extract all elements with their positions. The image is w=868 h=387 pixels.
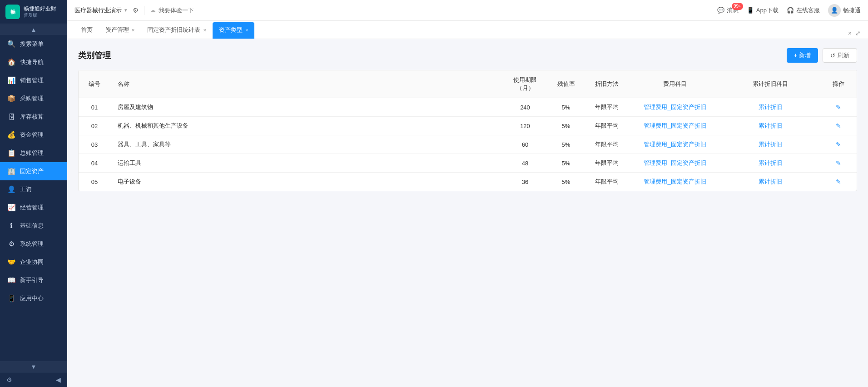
sidebar-item-label: 总账管理 <box>20 149 44 157</box>
cell-method: 年限平均 <box>584 173 630 191</box>
sidebar-item-ledger[interactable]: 📋 总账管理 <box>0 144 67 162</box>
sidebar-item-inventory[interactable]: 🗄 库存核算 <box>0 108 67 126</box>
sidebar-item-capital[interactable]: 💰 资金管理 <box>0 126 67 144</box>
sidebar-item-system[interactable]: ⚙ 系统管理 <box>0 235 67 253</box>
tab-close-icon[interactable]: × <box>132 27 134 33</box>
sidebar-item-operations[interactable]: 📈 经营管理 <box>0 198 67 217</box>
sidebar-item-label: 经营管理 <box>20 203 44 212</box>
cell-number: 02 <box>79 117 110 135</box>
tab-asset-type[interactable]: 资产类型 × <box>213 22 254 39</box>
collab-icon: 🤝 <box>7 258 15 266</box>
cell-number: 05 <box>79 173 110 191</box>
cell-name: 器具、工具、家具等 <box>110 135 502 154</box>
main-content: 医疗器械行业演示 ▾ ⚙ ☁ 我要体验一下 💬 消息 99+ 📱 App下载 🎧… <box>67 0 868 387</box>
experience-button[interactable]: ☁ 我要体验一下 <box>150 6 194 15</box>
username-label: 畅捷通 <box>843 6 861 15</box>
new-button[interactable]: + 新增 <box>787 48 818 63</box>
tabs-window-controls: × ⤢ <box>848 30 861 39</box>
refresh-button[interactable]: ↺ 刷新 <box>823 48 857 63</box>
cloud-icon: ☁ <box>150 7 156 14</box>
col-header-action: 操作 <box>820 70 857 98</box>
purchase-icon: 📦 <box>7 94 15 103</box>
headset-icon: 🎧 <box>787 7 794 14</box>
sidebar-item-appstore[interactable]: 📱 应用中心 <box>0 289 67 308</box>
cell-period: 48 <box>502 154 548 173</box>
edit-icon[interactable]: ✎ <box>836 122 841 129</box>
tab-asset-mgmt[interactable]: 资产管理 × <box>99 22 141 39</box>
window-close-icon[interactable]: × <box>848 30 852 37</box>
cell-residual: 5% <box>548 173 584 191</box>
guide-icon: 📖 <box>7 276 15 284</box>
page-title: 类别管理 <box>78 50 111 61</box>
logo-text: 畅捷通好业财 <box>24 5 56 13</box>
customer-service-button[interactable]: 🎧 在线客服 <box>787 6 820 15</box>
edit-icon[interactable]: ✎ <box>836 104 841 111</box>
sidebar-item-label: 新手引导 <box>20 276 44 284</box>
gear-icon[interactable]: ⚙ <box>133 6 139 15</box>
tab-home[interactable]: 首页 <box>74 22 99 39</box>
sidebar-item-purchase[interactable]: 📦 采购管理 <box>0 89 67 108</box>
message-badge: 99+ <box>732 3 743 10</box>
topbar: 医疗器械行业演示 ▾ ⚙ ☁ 我要体验一下 💬 消息 99+ 📱 App下载 🎧… <box>67 0 868 21</box>
cell-action: ✎ <box>820 98 857 117</box>
tab-home-label: 首页 <box>81 26 93 34</box>
cell-period: 36 <box>502 173 548 191</box>
sidebar-item-basicinfo[interactable]: ℹ 基础信息 <box>0 217 67 235</box>
industry-selector[interactable]: 医疗器械行业演示 ▾ <box>74 6 127 15</box>
topbar-right: 💬 消息 99+ 📱 App下载 🎧 在线客服 👤 畅捷通 <box>717 4 861 17</box>
page-content: 类别管理 + 新增 ↺ 刷新 编号 名称 使用期限（月） 残值率 折旧方法 <box>67 39 868 387</box>
sidebar-item-label: 企业协同 <box>20 258 44 266</box>
user-profile[interactable]: 👤 畅捷通 <box>828 4 861 17</box>
phone-icon: 📱 <box>747 7 754 14</box>
collapse-button[interactable]: ◀ <box>56 376 61 383</box>
edit-icon[interactable]: ✎ <box>836 178 841 185</box>
cell-method: 年限平均 <box>584 135 630 154</box>
cell-accum: 累计折旧 <box>720 98 820 117</box>
ledger-icon: 📋 <box>7 149 15 157</box>
cell-name: 运输工具 <box>110 154 502 173</box>
sidebar-item-payroll[interactable]: 👤 工资 <box>0 180 67 198</box>
cell-period: 120 <box>502 117 548 135</box>
sidebar-item-fixedasset[interactable]: 🏢 固定资产 <box>0 162 67 180</box>
app-download-label: App下载 <box>756 6 779 15</box>
sidebar-item-label: 搜索菜单 <box>20 40 44 48</box>
tabs-row: 首页 资产管理 × 固定资产折旧统计表 × 资产类型 × × ⤢ <box>67 21 868 39</box>
sidebar-item-search[interactable]: 🔍 搜索菜单 <box>0 35 67 53</box>
sidebar: 畅 畅捷通好业财 普及版 ▲ 🔍 搜索菜单 🏠 快捷导航 📊 销售管理 📦 采购… <box>0 0 67 387</box>
sidebar-item-collab[interactable]: 🤝 企业协同 <box>0 253 67 271</box>
sidebar-item-label: 销售管理 <box>20 76 44 84</box>
message-button[interactable]: 💬 消息 99+ <box>717 6 739 15</box>
logo-sub: 普及版 <box>24 12 56 19</box>
sidebar-item-label: 工资 <box>20 185 32 194</box>
edit-icon[interactable]: ✎ <box>836 159 841 167</box>
cell-name: 房屋及建筑物 <box>110 98 502 117</box>
appstore-icon: 📱 <box>7 294 15 303</box>
sidebar-scroll-up[interactable]: ▲ <box>0 24 67 35</box>
col-header-method: 折旧方法 <box>584 70 630 98</box>
sidebar-item-guide[interactable]: 📖 新手引导 <box>0 271 67 289</box>
cell-residual: 5% <box>548 135 584 154</box>
app-download-button[interactable]: 📱 App下载 <box>747 6 779 15</box>
tab-close-icon[interactable]: × <box>203 27 206 33</box>
experience-label: 我要体验一下 <box>159 6 194 15</box>
sidebar-item-label: 采购管理 <box>20 94 44 103</box>
edit-icon[interactable]: ✎ <box>836 141 841 148</box>
cell-expense: 管理费用_固定资产折旧 <box>630 98 720 117</box>
topbar-divider <box>144 6 144 15</box>
col-header-accum: 累计折旧科目 <box>720 70 820 98</box>
cell-method: 年限平均 <box>584 98 630 117</box>
cell-accum: 累计折旧 <box>720 135 820 154</box>
cell-name: 电子设备 <box>110 173 502 191</box>
sidebar-item-quicknav[interactable]: 🏠 快捷导航 <box>0 53 67 71</box>
tab-depreciation-stat[interactable]: 固定资产折旧统计表 × <box>141 22 212 39</box>
sidebar-scroll-down[interactable]: ▼ <box>0 361 67 372</box>
sidebar-item-sales[interactable]: 📊 销售管理 <box>0 71 67 89</box>
cell-number: 01 <box>79 98 110 117</box>
capital-icon: 💰 <box>7 131 15 139</box>
window-expand-icon[interactable]: ⤢ <box>855 30 861 37</box>
settings-button[interactable]: ⚙ <box>6 376 12 383</box>
tab-label: 资产类型 <box>219 26 243 34</box>
tab-close-icon[interactable]: × <box>245 27 248 33</box>
page-header: 类别管理 + 新增 ↺ 刷新 <box>78 48 857 63</box>
payroll-icon: 👤 <box>7 185 15 194</box>
